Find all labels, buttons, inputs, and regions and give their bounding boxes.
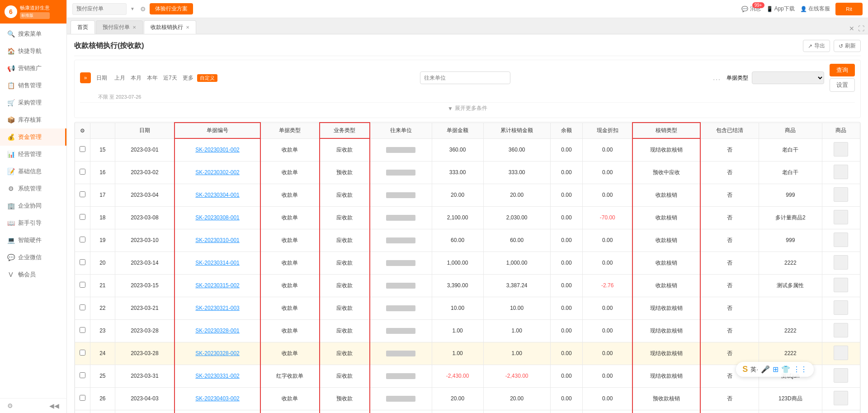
cell-checkbox[interactable] [75, 342, 90, 365]
settings-button[interactable]: 设置 [830, 78, 855, 92]
doc-no-link[interactable]: SK-20230403-002 [195, 395, 239, 402]
topbar-breadcrumb[interactable]: 预付应付单 [72, 3, 127, 15]
sidebar-settings-icon[interactable]: ⚙ [7, 402, 13, 409]
topbar-message[interactable]: 💬 消息 99+ [741, 5, 761, 13]
filter-last-month[interactable]: 上月 [113, 73, 127, 83]
row-checkbox[interactable] [80, 395, 85, 401]
sidebar-item-inventory[interactable]: 📦库存核算 [0, 111, 66, 128]
filter-type-select[interactable] [752, 71, 824, 84]
cell-checkbox[interactable] [75, 297, 90, 319]
row-checkbox[interactable] [80, 146, 85, 152]
tabs-expand-icon[interactable]: ⛶ [858, 25, 864, 32]
topbar-dropdown-icon[interactable]: ▼ [130, 6, 135, 11]
doc-no-link[interactable]: SK-20230315-002 [195, 282, 239, 289]
filter-unit-input[interactable] [420, 71, 510, 84]
cell-product: 123D商品 [759, 387, 822, 410]
tab-collection[interactable]: 收款核销执行 ✕ [144, 20, 196, 34]
cell-checkbox[interactable] [75, 229, 90, 252]
sidebar-item-search[interactable]: 🔍搜索菜单 [0, 25, 66, 43]
filter-last7[interactable]: 近7天 [161, 73, 179, 83]
row-checkbox[interactable] [80, 372, 85, 378]
product-image [834, 323, 848, 337]
tab-collection-close[interactable]: ✕ [186, 25, 189, 30]
filter-date-range: 不限 至 2023-07-26 [98, 94, 855, 100]
doc-no-link[interactable]: SK-20230304-001 [195, 192, 239, 198]
sidebar-item-hardware[interactable]: 💻智能硬件 [0, 232, 66, 249]
doc-no-link[interactable]: SK-20230302-002 [195, 169, 239, 176]
cell-biz-type: 应收款 [320, 410, 370, 413]
cell-doc-no: SK-20230328-001 [175, 319, 260, 342]
sidebar-item-system[interactable]: ⚙系统管理 [0, 180, 66, 197]
doc-no-link[interactable]: SK-20230331-002 [195, 373, 239, 379]
sidebar-item-finance[interactable]: 💰资金管理 [0, 128, 66, 146]
cell-checkbox[interactable] [75, 206, 90, 229]
topbar-solution-button[interactable]: 体验行业方案 [150, 3, 193, 14]
sidebar-item-purchase[interactable]: 🛒采购管理 [0, 94, 66, 111]
topbar-online-service[interactable]: 👤 在线客服 [800, 5, 830, 13]
app-icon: 📱 [766, 6, 773, 12]
cell-checkbox[interactable] [75, 161, 90, 184]
row-checkbox[interactable] [80, 169, 85, 175]
export-button[interactable]: ↗ 导出 [803, 40, 830, 52]
sidebar-icon-guide: 📖 [7, 219, 14, 227]
row-checkbox[interactable] [80, 259, 85, 265]
doc-no-link[interactable]: SK-20230328-001 [195, 328, 239, 334]
filter-date-label: 日期 [96, 74, 107, 82]
sidebar-item-basic[interactable]: 📝基础信息 [0, 163, 66, 180]
topbar-app-download[interactable]: 📱 App下载 [766, 5, 795, 13]
doc-no-link[interactable]: SK-20230308-001 [195, 214, 239, 221]
sidebar-item-quick-nav[interactable]: 🏠快捷导航 [0, 43, 66, 60]
sidebar-collapse-icon[interactable]: ◀◀ [49, 402, 59, 409]
col-header-gear[interactable]: ⚙ [75, 123, 90, 138]
cell-include-clear: 否 [700, 297, 759, 319]
cell-verified: 1.00 [483, 319, 550, 342]
cell-checkbox[interactable] [75, 274, 90, 297]
filter-toggle-btn[interactable]: » [80, 72, 91, 83]
filter-this-month[interactable]: 本月 [129, 73, 143, 83]
row-checkbox[interactable] [80, 350, 85, 356]
doc-no-link[interactable]: SK-20230301-002 [195, 147, 239, 153]
row-checkbox[interactable] [80, 191, 85, 197]
cell-checkbox[interactable] [75, 184, 90, 206]
sidebar-item-operations[interactable]: 📊经营管理 [0, 146, 66, 163]
cell-checkbox[interactable] [75, 387, 90, 410]
cell-checkbox[interactable] [75, 138, 90, 161]
sidebar-item-enterprise[interactable]: 🏢企业协同 [0, 197, 66, 214]
filter-bar: » 日期 上月 本月 本年 近7天 更多 自定义 ... [74, 60, 861, 118]
sidebar-item-sales[interactable]: 📋销售管理 [0, 77, 66, 94]
sidebar-item-guide[interactable]: 📖新手引导 [0, 214, 66, 232]
row-checkbox[interactable] [80, 304, 85, 310]
sidebar-item-member[interactable]: V畅会员 [0, 266, 66, 283]
tab-home[interactable]: 首页 [71, 20, 95, 34]
filter-this-year[interactable]: 本年 [145, 73, 160, 83]
tabs-close-all-icon[interactable]: ✕ [849, 25, 854, 32]
row-checkbox[interactable] [80, 282, 85, 288]
doc-no-link[interactable]: SK-20230328-002 [195, 350, 239, 356]
tab-prepay[interactable]: 预付应付单 ✕ [96, 20, 143, 34]
topbar-gear-icon[interactable]: ⚙ [140, 5, 146, 13]
cell-checkbox[interactable] [75, 365, 90, 387]
doc-no-link[interactable]: SK-20230321-003 [195, 305, 239, 311]
cell-unit: ████████ [370, 138, 432, 161]
doc-no-link[interactable]: SK-20230314-001 [195, 260, 239, 266]
filter-dots[interactable]: ... [713, 74, 721, 81]
filter-expand[interactable]: ▼ 展开更多条件 [80, 102, 855, 114]
cell-doc-type: 收款单 [260, 410, 319, 413]
watermark-mic-icon[interactable]: 🎤 [761, 365, 770, 374]
cell-checkbox[interactable] [75, 319, 90, 342]
sidebar-item-marketing[interactable]: 📢营销推广 [0, 60, 66, 77]
watermark-apps-icon[interactable]: ⋮⋮ [793, 365, 807, 374]
cell-checkbox[interactable] [75, 252, 90, 274]
cell-checkbox[interactable] [75, 410, 90, 413]
sidebar-item-wechat[interactable]: 💬企业微信 [0, 249, 66, 266]
filter-more[interactable]: 更多 [181, 73, 195, 83]
row-checkbox[interactable] [80, 237, 85, 242]
row-checkbox[interactable] [80, 327, 85, 333]
tab-prepay-close[interactable]: ✕ [132, 25, 136, 30]
doc-no-link[interactable]: SK-20230310-001 [195, 237, 239, 243]
filter-custom-btn[interactable]: 自定义 [197, 74, 217, 82]
row-checkbox[interactable] [80, 214, 85, 220]
watermark-grid-icon[interactable]: ⊞ [773, 365, 778, 374]
query-button[interactable]: 查询 [830, 64, 855, 76]
refresh-button[interactable]: ↺ 刷新 [834, 40, 861, 52]
